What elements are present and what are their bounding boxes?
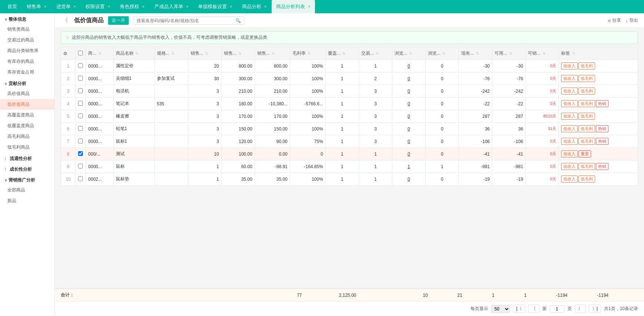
- prev-page-button[interactable]: 〈: [528, 305, 539, 313]
- th-gross-rate[interactable]: 毛利率 ⇅: [290, 47, 325, 60]
- filter-period-button[interactable]: 近一月: [108, 16, 129, 25]
- nav-permission[interactable]: 权限设置 ×: [81, 0, 115, 13]
- th-views2[interactable]: 浏览... ⇅: [426, 47, 459, 60]
- per-page-select[interactable]: 50 100 200: [491, 305, 510, 313]
- search-icon[interactable]: 🔍: [235, 18, 241, 23]
- th-coverage[interactable]: 覆盖... ⇅: [325, 47, 359, 60]
- close-icon[interactable]: ×: [73, 4, 76, 9]
- td-views1[interactable]: 0: [392, 173, 426, 186]
- nav-sales-order[interactable]: 销售单 ×: [22, 0, 51, 13]
- th-sales-qty[interactable]: 销售... ⇅: [188, 47, 221, 60]
- td-checkbox[interactable]: [76, 123, 86, 135]
- td-checkbox[interactable]: [76, 60, 86, 72]
- sidebar-item-in-stock[interactable]: 有库存的商品: [0, 56, 54, 67]
- nav-product-analysis-list[interactable]: 商品分析列表 ×: [272, 0, 315, 13]
- th-views1[interactable]: 浏览... ⇅: [392, 47, 426, 60]
- td-tags: 低收入低毛利热销: [559, 160, 638, 173]
- td-tags: 低收入重置: [559, 148, 638, 160]
- nav-role-auth[interactable]: 角色授权 ×: [115, 0, 149, 13]
- sidebar-group-contribution[interactable]: ∨ 贡献分析: [0, 78, 54, 88]
- sidebar-item-all-products[interactable]: 全部商品: [0, 185, 54, 196]
- td-views1[interactable]: 0: [392, 72, 426, 85]
- th-sales-cost[interactable]: 销售... ⇅: [255, 47, 290, 60]
- row-checkbox[interactable]: [78, 63, 83, 68]
- row-checkbox[interactable]: [78, 76, 83, 81]
- nav-home[interactable]: 首页: [3, 0, 21, 13]
- th-name[interactable]: 商品名称 ⇅: [113, 47, 154, 60]
- td-views1[interactable]: 0: [392, 98, 426, 110]
- row-checkbox[interactable]: [78, 176, 83, 181]
- close-icon[interactable]: ×: [44, 4, 47, 9]
- search-input[interactable]: [137, 18, 233, 23]
- close-icon[interactable]: ×: [264, 4, 266, 9]
- th-code[interactable]: 商... ⇅: [86, 47, 113, 60]
- td-views1[interactable]: 0: [392, 85, 426, 98]
- th-available[interactable]: 可用... ⇅: [492, 47, 526, 60]
- sidebar-item-low-coverage[interactable]: 低覆盖度商品: [0, 120, 54, 131]
- row-checkbox[interactable]: [78, 88, 83, 93]
- th-trades[interactable]: 交易... ⇅: [359, 47, 392, 60]
- sidebar: ∨ 整体信息 销售类商品 交易过的商品 商品分类销售率 有库存的商品 库存资金占…: [0, 13, 55, 316]
- sidebar-collapse-button[interactable]: 《: [61, 17, 70, 24]
- th-sellable[interactable]: 可销... ⇅: [526, 47, 559, 60]
- td-views1[interactable]: 0: [392, 123, 426, 135]
- nav-finished-goods[interactable]: 产成品入库单 ×: [150, 0, 193, 13]
- row-checkbox[interactable]: [78, 101, 83, 106]
- row-checkbox[interactable]: [78, 126, 83, 131]
- sidebar-group-growth[interactable]: 〉 成长性分析: [0, 163, 54, 174]
- sidebar-item-category-rate[interactable]: 商品分类销售率: [0, 45, 54, 56]
- sidebar-item-capital[interactable]: 库存资金占用: [0, 67, 54, 78]
- td-views1[interactable]: 0: [392, 135, 426, 148]
- td-checkbox[interactable]: [76, 148, 86, 160]
- close-icon[interactable]: ×: [108, 4, 110, 9]
- row-checkbox[interactable]: [78, 139, 83, 143]
- row-checkbox[interactable]: [78, 151, 83, 156]
- sidebar-group-liquidity[interactable]: 〉 流通性分析: [0, 153, 54, 163]
- row-checkbox[interactable]: [78, 164, 83, 169]
- td-checkbox[interactable]: [76, 72, 86, 85]
- nav-template[interactable]: 单据模板设置 ×: [194, 0, 237, 13]
- th-sales-amt[interactable]: 销售... ⇅: [221, 47, 255, 60]
- total-sales-qty: 77: [297, 293, 302, 298]
- sidebar-item-sales-products[interactable]: 销售类商品: [0, 24, 54, 35]
- td-checkbox[interactable]: [76, 135, 86, 148]
- sidebar-group-overall[interactable]: ∨ 整体信息: [0, 13, 54, 24]
- nav-purchase-order[interactable]: 进货单 ×: [52, 0, 81, 13]
- page-input[interactable]: [550, 305, 564, 313]
- sidebar-item-high-margin[interactable]: 高毛利商品: [0, 131, 54, 142]
- sidebar-item-high-coverage[interactable]: 高覆盖度商品: [0, 110, 54, 120]
- sidebar-item-new-products[interactable]: 新品: [0, 196, 54, 206]
- td-views1[interactable]: 1: [392, 160, 426, 173]
- sidebar-item-traded-products[interactable]: 交易过的商品: [0, 35, 54, 45]
- nav-product-analysis[interactable]: 商品分析 ×: [238, 0, 271, 13]
- close-icon[interactable]: ×: [230, 4, 232, 9]
- th-spec[interactable]: 规格... ⇅: [154, 47, 188, 60]
- td-checkbox[interactable]: [76, 85, 86, 98]
- row-checkbox[interactable]: [78, 113, 83, 118]
- sidebar-item-low-margin[interactable]: 低毛利商品: [0, 142, 54, 153]
- next-page-button[interactable]: 〉: [575, 305, 586, 313]
- share-button[interactable]: ⎋ 分享: [608, 17, 621, 24]
- close-icon[interactable]: ×: [308, 4, 311, 9]
- first-page-button[interactable]: |〈: [513, 305, 525, 313]
- td-checkbox[interactable]: [76, 98, 86, 110]
- td-views1[interactable]: 0: [392, 60, 426, 72]
- table-wrapper[interactable]: ⚙ 商... ⇅ 商品名称 ⇅ 规格... ⇅ 销售... ⇅ 销售... ⇅ …: [55, 47, 644, 288]
- sidebar-item-low-value[interactable]: 低价值商品: [0, 99, 54, 110]
- th-tags[interactable]: 标签 ⇅: [559, 47, 638, 60]
- sidebar-item-high-value[interactable]: 高价值商品: [0, 88, 54, 99]
- export-button[interactable]: ↓ 导出: [625, 17, 638, 24]
- td-gross-rate: -164.85%: [290, 160, 325, 173]
- td-checkbox[interactable]: [76, 173, 86, 186]
- close-icon[interactable]: ×: [186, 4, 188, 9]
- td-views1[interactable]: 0: [392, 110, 426, 123]
- th-settings[interactable]: ⚙: [61, 47, 76, 60]
- td-views1[interactable]: 0: [392, 148, 426, 160]
- close-icon[interactable]: ×: [142, 4, 145, 9]
- sidebar-group-marketing[interactable]: ∨ 营销推广分析: [0, 174, 54, 185]
- select-all-checkbox[interactable]: [78, 51, 83, 55]
- td-checkbox[interactable]: [76, 160, 86, 173]
- th-current-stock[interactable]: 现有... ⇅: [459, 47, 492, 60]
- last-page-button[interactable]: 〉|: [589, 305, 601, 313]
- td-checkbox[interactable]: [76, 110, 86, 123]
